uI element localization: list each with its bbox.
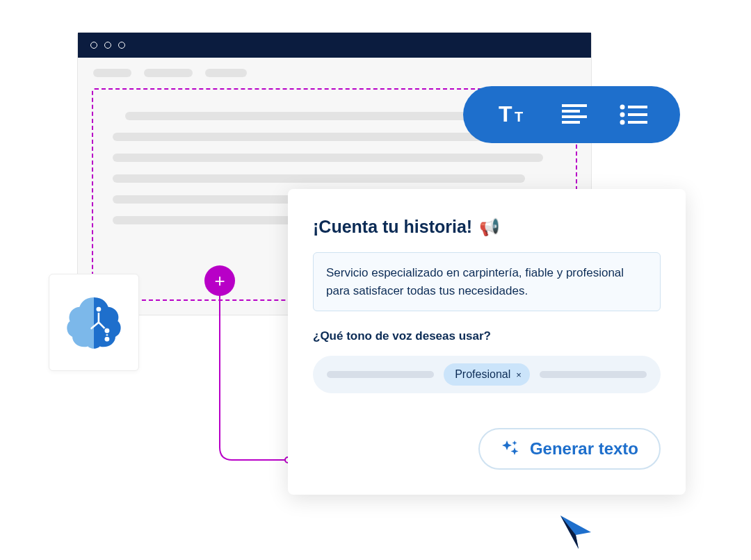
- window-control-dot[interactable]: [118, 42, 125, 49]
- svg-point-3: [104, 336, 111, 343]
- add-block-button[interactable]: +: [204, 265, 235, 296]
- svg-text:T: T: [515, 109, 523, 124]
- tone-label: ¿Qué tono de voz deseas usar?: [313, 329, 661, 343]
- tone-selector[interactable]: Profesional ×: [313, 356, 661, 393]
- svg-rect-15: [628, 121, 647, 124]
- generate-button-label: Generar texto: [530, 439, 638, 459]
- window-titlebar: [78, 33, 591, 58]
- connector-line: [215, 295, 291, 464]
- tone-option-placeholder[interactable]: [327, 371, 434, 378]
- tab-placeholder[interactable]: [144, 69, 193, 77]
- list-icon: [620, 104, 647, 125]
- story-panel: ¡Cuenta tu historia! 📢 Servicio especial…: [288, 189, 686, 495]
- svg-point-1: [96, 306, 102, 313]
- window-control-dot[interactable]: [104, 42, 111, 49]
- svg-rect-13: [628, 113, 647, 116]
- tab-placeholder[interactable]: [93, 69, 131, 77]
- close-icon[interactable]: ×: [516, 370, 522, 380]
- tone-option-placeholder[interactable]: [540, 371, 647, 378]
- sparkle-icon: [501, 439, 520, 459]
- megaphone-icon: 📢: [479, 217, 500, 237]
- tab-placeholder[interactable]: [205, 69, 247, 77]
- plus-icon: +: [214, 270, 225, 292]
- svg-rect-11: [628, 106, 647, 108]
- text-line-placeholder: [125, 112, 515, 120]
- ai-brain-card[interactable]: [49, 274, 139, 371]
- svg-point-14: [620, 120, 625, 125]
- text-size-button[interactable]: T T: [496, 102, 529, 127]
- text-line-placeholder: [113, 174, 525, 183]
- svg-point-2: [104, 328, 111, 334]
- svg-rect-9: [562, 121, 580, 124]
- list-button[interactable]: [620, 104, 647, 125]
- window-control-dot[interactable]: [90, 42, 97, 49]
- align-button[interactable]: [562, 104, 587, 125]
- tone-chip-label: Profesional: [455, 368, 510, 381]
- description-text: Servicio especializado en carpintería, f…: [326, 266, 624, 297]
- tone-chip-selected[interactable]: Profesional ×: [444, 363, 530, 386]
- tab-strip: [78, 58, 591, 81]
- svg-rect-8: [562, 115, 587, 118]
- panel-title-text: ¡Cuenta tu historia!: [313, 217, 472, 237]
- brain-icon: [64, 293, 124, 352]
- text-size-icon: T T: [496, 102, 529, 127]
- generate-button[interactable]: Generar texto: [478, 428, 661, 470]
- svg-point-12: [620, 113, 625, 117]
- text-line-placeholder: [113, 154, 543, 162]
- formatting-toolbar: T T: [463, 86, 680, 143]
- svg-text:T: T: [499, 102, 512, 126]
- description-input[interactable]: Servicio especializado en carpintería, f…: [313, 252, 661, 311]
- panel-title: ¡Cuenta tu historia! 📢: [313, 217, 661, 237]
- svg-point-10: [620, 105, 625, 110]
- svg-rect-7: [562, 110, 580, 113]
- align-icon: [562, 104, 587, 125]
- cursor-icon: [556, 513, 595, 552]
- svg-rect-6: [562, 104, 587, 107]
